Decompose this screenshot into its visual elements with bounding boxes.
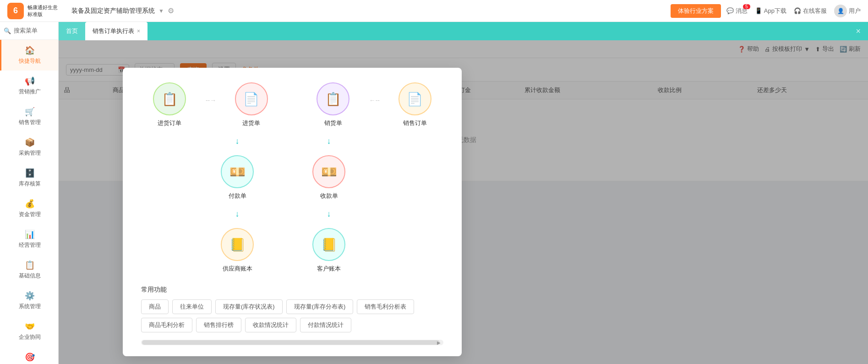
search-menu-button[interactable]: 🔍 搜索菜单	[0, 22, 58, 40]
sales-order-icon: 📄	[407, 92, 423, 107]
sidebar-item-enterprise[interactable]: 🤝 企业协同	[0, 316, 58, 347]
func-btn-sales-margin[interactable]: 销售毛利分析表	[357, 299, 414, 314]
tab-sales-order[interactable]: 销售订单执行表 ×	[85, 22, 147, 40]
content-body: ❓ 帮助 🖨 按模板打印 ▼ ⬆ 导出 🔄	[59, 40, 868, 364]
func-btn-receipt-stats[interactable]: 收款情况统计	[245, 318, 296, 332]
receipt-circle: 💴	[312, 155, 345, 188]
flow-row-2: 💴 付款单 💴 收款单	[141, 155, 443, 200]
common-functions: 常用功能 商品 往来单位 现存量(库存状况表) 现存量(库存分布表) 销售毛利分…	[141, 286, 443, 332]
system-title: 装备及固定资产辅助管理系统 ▼ ⚙	[71, 6, 665, 15]
sales-bill-icon: 📋	[325, 92, 341, 107]
search-icon: 🔍	[4, 27, 11, 34]
payment-icon: 💴	[229, 164, 246, 179]
common-functions-title: 常用功能	[141, 286, 443, 294]
payment-circle: 💴	[221, 155, 254, 188]
sidebar-item-marketing[interactable]: 📢 营销推广	[0, 71, 58, 101]
logo-text: 畅康通好生意 标准版	[27, 4, 58, 17]
flow-node-sales-bill[interactable]: 📋 销货单	[305, 82, 362, 127]
sidebar-item-quick-nav[interactable]: 🏠 快捷导航	[0, 40, 58, 71]
flow-node-purchase-order[interactable]: 📋 进货订单	[141, 82, 198, 127]
home-icon: 🏠	[25, 45, 35, 55]
headset-icon: 🎧	[794, 7, 801, 14]
online-service-button[interactable]: 🎧 在线客服	[794, 7, 827, 15]
tab-close-icon[interactable]: ×	[137, 28, 140, 34]
basic-info-icon: 📋	[25, 260, 35, 270]
sales-order-label: 销售订单	[403, 119, 427, 127]
scrollbar-right-arrow[interactable]: ▶	[434, 340, 443, 345]
sales-icon: 🛒	[25, 107, 35, 117]
phone-icon: 📱	[755, 7, 762, 14]
enterprise-icon: 🤝	[25, 321, 35, 331]
sidebar-item-sales[interactable]: 🛒 销售管理	[0, 101, 58, 132]
content-area: 首页 销售订单执行表 × × ❓ 帮助	[59, 22, 868, 364]
modal-scrollbar[interactable]: ▶	[141, 340, 443, 345]
flow-node-purchase-bill[interactable]: 📄 进货单	[223, 82, 280, 127]
top-right-actions: 💬 消息 5 📱 App下载 🎧 在线客服 👤 用户	[726, 5, 861, 17]
close-all-tabs-button[interactable]: ×	[856, 27, 861, 36]
message-icon: 💬	[726, 7, 734, 14]
sidebar-item-system[interactable]: ⚙️ 系统管理	[0, 285, 58, 316]
modal-overlay: 📋 进货订单 - - → 📄	[59, 40, 868, 364]
sales-order-circle: 📄	[399, 82, 431, 115]
inventory-icon: 🗄️	[25, 168, 35, 178]
flow-node-payment[interactable]: 💴 付款单	[205, 155, 269, 200]
sidebar-item-purchase[interactable]: 📦 采购管理	[0, 132, 58, 163]
purchase-order-icon: 📋	[162, 92, 178, 107]
quick-nav-modal: 📋 进货订单 - - → 📄	[123, 68, 462, 356]
system-name: 装备及固定资产辅助管理系统	[71, 7, 155, 15]
avatar: 👤	[834, 5, 847, 17]
operations-icon: 📊	[25, 229, 35, 239]
purchase-bill-circle: 📄	[235, 82, 268, 115]
trial-button[interactable]: 体验行业方案	[671, 4, 721, 18]
newbie-icon: 🎯	[25, 352, 35, 362]
arrow-down-receipt: ↓	[327, 209, 331, 219]
func-btn-goods-margin[interactable]: 商品毛利分析	[141, 318, 192, 332]
arrow-down-payment: ↓	[235, 209, 240, 219]
sidebar-item-inventory[interactable]: 🗄️ 库存核算	[0, 163, 58, 193]
flow-node-customer-ledger[interactable]: 📒 客户账本	[297, 228, 361, 273]
receipt-label: 收款单	[320, 192, 338, 200]
func-btn-payment-stats[interactable]: 付款情况统计	[300, 318, 351, 332]
sidebar-item-basic-info[interactable]: 📋 基础信息	[0, 255, 58, 285]
func-btn-partner[interactable]: 往来单位	[172, 299, 212, 314]
tab-home[interactable]: 首页	[59, 22, 85, 40]
arrow-purchase-order-to-bill: - - →	[198, 97, 223, 104]
supplier-ledger-circle: 📒	[221, 228, 254, 261]
func-btn-goods[interactable]: 商品	[141, 299, 169, 314]
arrow-sales-order-to-bill: ← - -	[362, 97, 387, 104]
sidebar-item-newbie[interactable]: 🎯 新手引导	[0, 347, 58, 364]
supplier-ledger-label: 供应商账本	[223, 265, 252, 273]
tab-bar: 首页 销售订单执行表 × ×	[59, 22, 868, 40]
settings-icon[interactable]: ⚙	[168, 6, 174, 15]
user-menu[interactable]: 👤 用户	[834, 5, 861, 17]
logo-icon: 6	[7, 3, 24, 19]
payment-label: 付款单	[229, 192, 246, 200]
flow-row-1: 📋 进货订单 - - → 📄	[141, 82, 443, 127]
receipt-icon: 💴	[321, 164, 337, 179]
flow-node-receipt[interactable]: 💴 收款单	[297, 155, 361, 200]
customer-ledger-label: 客户账本	[317, 265, 341, 273]
message-button[interactable]: 💬 消息 5	[726, 7, 748, 15]
customer-ledger-circle: 📒	[312, 228, 345, 261]
arrow-down-purchase: ↓	[235, 136, 240, 146]
flow-row-3: 📒 供应商账本 📒 客户账本	[141, 228, 443, 273]
purchase-order-circle: 📋	[153, 82, 186, 115]
supplier-ledger-icon: 📒	[229, 237, 246, 252]
flow-row-arrows-2: ↓ ↓	[141, 209, 443, 219]
sales-bill-label: 销货单	[324, 119, 342, 127]
sales-bill-circle: 📋	[317, 82, 349, 115]
message-badge: 5	[743, 4, 750, 9]
customer-ledger-icon: 📒	[321, 237, 337, 252]
func-btn-stock-dist[interactable]: 现存量(库存分布表)	[286, 299, 354, 314]
flow-node-sales-order[interactable]: 📄 销售订单	[386, 82, 443, 127]
scrollbar-thumb	[142, 340, 440, 345]
func-btn-sales-rank[interactable]: 销售排行榜	[196, 318, 241, 332]
sidebar-item-finance[interactable]: 💰 资金管理	[0, 193, 58, 224]
sidebar-item-operations[interactable]: 📊 经营管理	[0, 224, 58, 255]
app-download-button[interactable]: 📱 App下载	[755, 7, 786, 15]
function-buttons: 商品 往来单位 现存量(库存状况表) 现存量(库存分布表) 销售毛利分析表 商品…	[141, 299, 443, 332]
purchase-order-label: 进货订单	[158, 119, 181, 127]
func-btn-stock-status[interactable]: 现存量(库存状况表)	[215, 299, 283, 314]
flow-node-supplier-ledger[interactable]: 📒 供应商账本	[205, 228, 269, 273]
system-dropdown-icon[interactable]: ▼	[158, 8, 164, 14]
